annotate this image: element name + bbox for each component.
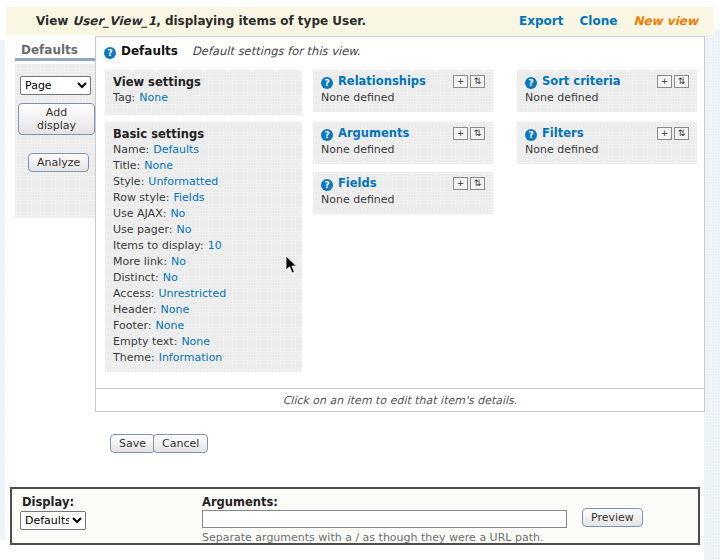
page-title: ViewUser_View_1, displaying items of typ… (36, 14, 366, 28)
page-title-prefix: View (36, 14, 68, 28)
setting-label: Distinct: (113, 271, 159, 284)
setting-label: Use pager: (113, 223, 173, 236)
rearrange-icon[interactable]: ⇅ (470, 177, 485, 190)
preview-display-select[interactable]: Defaults (20, 511, 86, 530)
cancel-button[interactable]: Cancel (153, 434, 208, 453)
box-controls: +⇅ (451, 74, 485, 88)
setting-link[interactable]: No (170, 207, 185, 220)
setting-row: Header:None (113, 302, 294, 318)
setting-row: More link:No (113, 254, 294, 270)
filters-link[interactable]: Filters (542, 126, 584, 140)
relationships-box: ?Relationships +⇅ None defined (313, 70, 493, 112)
arguments-link[interactable]: Arguments (338, 126, 409, 140)
export-link[interactable]: Export (519, 14, 563, 28)
box-controls: +⇅ (451, 176, 485, 190)
rearrange-icon[interactable]: ⇅ (674, 127, 689, 140)
view-name: User_View_1 (72, 14, 156, 28)
help-icon[interactable]: ? (321, 129, 333, 141)
setting-link[interactable]: No (171, 255, 186, 268)
rearrange-icon[interactable]: ⇅ (470, 127, 485, 140)
setting-row: Footer:None (113, 318, 294, 334)
setting-link[interactable]: 10 (208, 239, 222, 252)
setting-link[interactable]: Defaults (153, 143, 199, 156)
fields-status: None defined (321, 192, 485, 208)
sort-criteria-link[interactable]: Sort criteria (542, 74, 620, 88)
relationships-header: ?Relationships +⇅ (321, 74, 485, 90)
arguments-status: None defined (321, 142, 485, 158)
filters-status: None defined (525, 142, 689, 158)
relationships-link[interactable]: Relationships (338, 74, 426, 88)
setting-row: Theme:Information (113, 350, 294, 366)
setting-link[interactable]: Information (159, 351, 223, 364)
setting-link[interactable]: None (161, 303, 190, 316)
filters-box: ?Filters +⇅ None defined (517, 122, 697, 164)
setting-link[interactable]: None (181, 335, 210, 348)
add-icon[interactable]: + (657, 75, 672, 88)
setting-row: Use AJAX:No (113, 206, 294, 222)
basic-settings-box: Basic settings Name:Defaults Title:None … (105, 122, 302, 372)
add-icon[interactable]: + (453, 177, 468, 190)
setting-label: More link: (113, 255, 167, 268)
sort-criteria-header: ?Sort criteria +⇅ (525, 74, 689, 90)
left-edge-texture (0, 40, 5, 540)
add-icon[interactable]: + (453, 75, 468, 88)
setting-label: Access: (113, 287, 154, 300)
add-display-button[interactable]: Add display (18, 103, 95, 135)
rearrange-icon[interactable]: ⇅ (674, 75, 689, 88)
setting-row: Title:None (113, 158, 294, 174)
save-button[interactable]: Save (110, 434, 155, 453)
live-preview-box: Display: Defaults Arguments: Preview Sep… (10, 487, 700, 545)
fields-link[interactable]: Fields (338, 176, 377, 190)
setting-row: Name:Defaults (113, 142, 294, 158)
help-icon[interactable]: ? (321, 77, 333, 89)
setting-row: Access:Unrestricted (113, 286, 294, 302)
help-icon[interactable]: ? (104, 47, 116, 59)
setting-link[interactable]: None (156, 319, 185, 332)
setting-link[interactable]: No (177, 223, 192, 236)
arguments-help-text: Separate arguments with a / as though th… (202, 531, 543, 544)
help-icon[interactable]: ? (525, 129, 537, 141)
display-type-select[interactable]: Page (20, 76, 91, 95)
setting-row: Empty text:None (113, 334, 294, 350)
setting-link[interactable]: Unrestricted (158, 287, 226, 300)
setting-link[interactable]: None (144, 159, 173, 172)
panel-footer-note: Click on an item to edit that item's det… (96, 388, 704, 411)
relationships-status: None defined (321, 90, 485, 106)
setting-row: Style:Unformatted (113, 174, 294, 190)
panel-heading-title: Defaults (121, 44, 178, 58)
help-icon[interactable]: ? (525, 77, 537, 89)
panel-heading: ?DefaultsDefault settings for this view. (104, 44, 360, 59)
arguments-label: Arguments: (202, 495, 278, 509)
view-edit-panel: ?DefaultsDefault settings for this view.… (95, 36, 705, 412)
add-icon[interactable]: + (453, 127, 468, 140)
preview-button[interactable]: Preview (582, 508, 643, 527)
arguments-input[interactable] (202, 510, 567, 528)
help-icon[interactable]: ? (321, 179, 333, 191)
analyze-button[interactable]: Analyze (28, 153, 89, 172)
fields-box: ?Fields +⇅ None defined (313, 172, 493, 214)
setting-label: Empty text: (113, 335, 177, 348)
setting-label: Tag: (113, 91, 135, 104)
display-label: Display: (22, 495, 74, 509)
setting-link[interactable]: Unformatted (148, 175, 218, 188)
setting-link[interactable]: No (163, 271, 178, 284)
view-settings-title: View settings (113, 74, 294, 90)
add-icon[interactable]: + (657, 127, 672, 140)
setting-link[interactable]: Fields (173, 191, 204, 204)
setting-label: Footer: (113, 319, 152, 332)
setting-label: Items to display: (113, 239, 204, 252)
box-controls: +⇅ (655, 126, 689, 140)
setting-label: Name: (113, 143, 149, 156)
setting-link[interactable]: None (139, 91, 168, 104)
box-controls: +⇅ (451, 126, 485, 140)
basic-settings-title: Basic settings (113, 126, 294, 142)
setting-row: Distinct:No (113, 270, 294, 286)
display-sidebar: Page Add display Analyze (15, 64, 95, 218)
view-settings-box: View settings Tag:None (105, 70, 302, 115)
new-view-link[interactable]: New view (633, 14, 698, 28)
setting-label: Use AJAX: (113, 207, 166, 220)
rearrange-icon[interactable]: ⇅ (470, 75, 485, 88)
clone-link[interactable]: Clone (580, 14, 618, 28)
tab-defaults[interactable]: Defaults (15, 38, 95, 61)
page-title-suffix: , displaying items of type User. (156, 14, 366, 28)
